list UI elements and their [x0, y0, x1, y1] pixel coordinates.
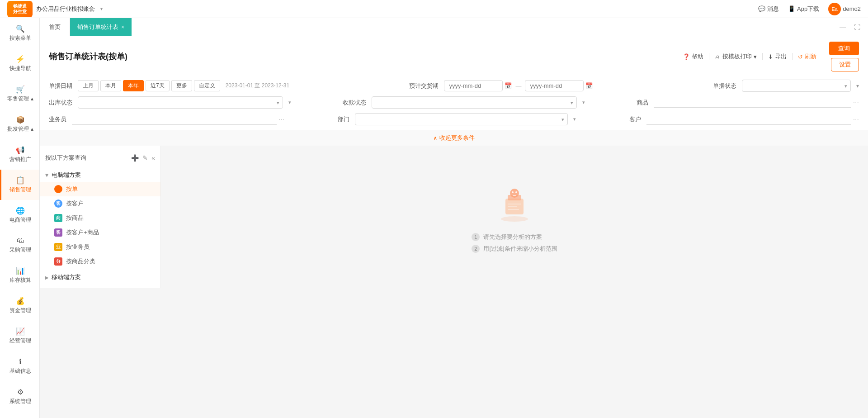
app-title-arrow[interactable]: ▾ [100, 6, 103, 11]
sidebar-item-search[interactable]: 🔍 搜索菜单 [0, 18, 39, 48]
header-actions: ❓ 帮助 🖨 按模板打印 ▾ ⬇ 导出 [683, 42, 859, 71]
expected-date-range: 📅 — 📅 [444, 80, 593, 91]
desktop-group-header[interactable]: ▶ 电脑端方案 [40, 168, 160, 182]
sidebar-item-sales[interactable]: 📋 销售管理 [0, 170, 39, 200]
status-label: 单据状态 [713, 82, 736, 90]
dept-arrow[interactable]: ▾ [573, 116, 576, 122]
btn-prev-month[interactable]: 上月 [78, 80, 99, 91]
print-button[interactable]: 🖨 按模板打印 ▾ [715, 52, 757, 61]
query-button[interactable]: 查询 [829, 42, 859, 55]
receipt-status-arrow[interactable]: ▾ [582, 100, 585, 105]
svg-point-0 [501, 216, 528, 222]
scheme-item-by-salesperson[interactable]: 业 按业务员 [40, 240, 160, 254]
sidebar-item-finance[interactable]: 💰 资金管理 [0, 290, 39, 321]
export-button[interactable]: ⬇ 导出 [768, 52, 787, 61]
scheme-item-by-customer-goods[interactable]: 客 按客户+商品 [40, 225, 160, 240]
message-button[interactable]: 💬 消息 [758, 5, 779, 13]
edit-scheme-button[interactable]: ✎ [142, 154, 148, 162]
status-dropdown-arrow[interactable]: ▾ [856, 83, 859, 89]
expected-date-start[interactable] [444, 80, 503, 91]
btn-custom[interactable]: 自定义 [194, 80, 220, 91]
finance-icon: 💰 [1, 297, 39, 305]
marketing-icon: 📢 [1, 146, 39, 154]
settings-button[interactable]: 设置 [831, 58, 859, 71]
btn-this-year[interactable]: 本年 [123, 80, 144, 91]
goods-more-icon[interactable]: ··· [853, 98, 859, 106]
sidebar-item-operation[interactable]: 📈 经营管理 [0, 321, 39, 351]
sidebar-item-purchase[interactable]: 🛍 采购管理 [0, 230, 39, 260]
svg-point-3 [510, 189, 519, 198]
sidebar-item-inventory[interactable]: 📊 库存核算 [0, 260, 39, 290]
customer-label: 客户 [629, 115, 641, 124]
search-icon: 🔍 [1, 24, 39, 33]
sidebar-item-ecommerce[interactable]: 🌐 电商管理 [0, 200, 39, 230]
scheme-item-by-goods[interactable]: 商 按商品 [40, 211, 160, 225]
refresh-button[interactable]: ↺ 刷新 [798, 52, 816, 61]
salesperson-input[interactable] [72, 114, 277, 125]
date-range-display: 2023-01-01 至 2023-12-31 [226, 82, 289, 90]
svg-point-5 [515, 191, 517, 193]
calendar-icon-1[interactable]: 📅 [505, 82, 512, 89]
empty-tip-2: 2 用[过滤]条件来缩小分析范围 [472, 245, 557, 253]
expected-date-label: 预计交货期 [409, 82, 439, 90]
scheme-item-by-customer[interactable]: 客 按客户 [40, 196, 160, 211]
content-area: 首页 销售订单统计表 × — ⛶ 销售订单统计表(按单) ❓ 帮助 [40, 18, 868, 418]
tab-sales-order[interactable]: 销售订单统计表 × [70, 18, 132, 36]
dept-select-wrapper [355, 113, 567, 125]
btn-more[interactable]: 更多 [171, 80, 192, 91]
inventory-icon: 📊 [1, 266, 39, 275]
topbar: 畅捷通好生意 办公用品行业模拟账套 ▾ 💬 消息 📱 App下载 Ea demo… [0, 0, 868, 18]
empty-tip-1: 1 请先选择要分析的方案 [472, 233, 557, 241]
sidebar-item-system[interactable]: ⚙ 系统管理 [0, 381, 39, 412]
scheme-item-by-category[interactable]: 分 按商品分类 [40, 254, 160, 269]
sidebar-item-enterprise[interactable]: 🤝 企业协同 [0, 412, 39, 418]
collapse-panel-button[interactable]: « [151, 154, 155, 162]
receipt-status-label: 收款状态 [343, 99, 366, 107]
goods-label: 商品 [637, 99, 648, 107]
add-scheme-button[interactable]: ➕ [131, 154, 139, 162]
receipt-status-select[interactable] [372, 96, 577, 109]
calendar-icon-2[interactable]: 📅 [585, 82, 593, 89]
tab-home[interactable]: 首页 [40, 18, 70, 36]
sidebar-item-marketing[interactable]: 📢 营销推广 [0, 139, 39, 170]
body-layout: 按以下方案查询 ➕ ✎ « ▶ 电脑端方案 按 [40, 146, 868, 288]
mobile-group-header[interactable]: ▶ 移动端方案 [40, 271, 160, 284]
app-title: 办公用品行业模拟账套 [36, 5, 95, 13]
sidebar-item-basic[interactable]: ℹ 基础信息 [0, 351, 39, 381]
out-status-select[interactable] [78, 96, 283, 109]
salesperson-more-icon[interactable]: ··· [278, 115, 284, 124]
goods-input[interactable] [654, 97, 851, 108]
tab-close-button[interactable]: × [121, 24, 124, 30]
topbar-left: 畅捷通好生意 办公用品行业模拟账套 ▾ [7, 1, 103, 17]
customer-more-icon[interactable]: ··· [853, 115, 859, 124]
empty-tips: 1 请先选择要分析的方案 2 用[过滤]条件来缩小分析范围 [472, 233, 557, 253]
user-menu[interactable]: Ea demo2 [828, 3, 861, 15]
sales-icon: 📋 [1, 176, 39, 185]
tab-bar-right: — ⛶ [837, 22, 868, 33]
tab-minimize-button[interactable]: — [837, 22, 848, 33]
scheme-item-by-order[interactable]: 按 按单 [40, 182, 160, 196]
app-download-button[interactable]: 📱 App下载 [788, 5, 819, 13]
wholesale-icon: 📦 [1, 115, 39, 124]
left-panel-actions: ➕ ✎ « [131, 154, 155, 162]
help-button[interactable]: ❓ 帮助 [683, 52, 703, 61]
sidebar-item-retail[interactable]: 🛒 零售管理 ▴ [0, 79, 39, 109]
sidebar-item-quick-nav[interactable]: ⚡ 快捷导航 [0, 48, 39, 79]
btn-this-month[interactable]: 本月 [100, 80, 121, 91]
out-status-arrow[interactable]: ▾ [288, 100, 291, 105]
out-status-wrapper [78, 96, 283, 109]
status-select[interactable] [742, 80, 851, 92]
sidebar-item-wholesale[interactable]: 📦 批发管理 ▴ [0, 109, 39, 139]
btn-last7[interactable]: 近7天 [146, 80, 170, 91]
expected-date-end[interactable] [525, 80, 584, 91]
desktop-group-label: 电脑端方案 [52, 171, 81, 179]
customer-input-wrapper: ··· [646, 114, 859, 125]
salesperson-label: 业务员 [49, 115, 66, 124]
ecommerce-icon: 🌐 [1, 206, 39, 215]
collapse-icon: ∧ [433, 135, 438, 142]
collapse-button[interactable]: ∧ 收起更多条件 [40, 130, 868, 146]
dept-select[interactable] [355, 113, 567, 125]
customer-input[interactable] [646, 114, 851, 125]
tab-maximize-button[interactable]: ⛶ [852, 22, 863, 33]
basic-icon: ℹ [1, 357, 39, 366]
